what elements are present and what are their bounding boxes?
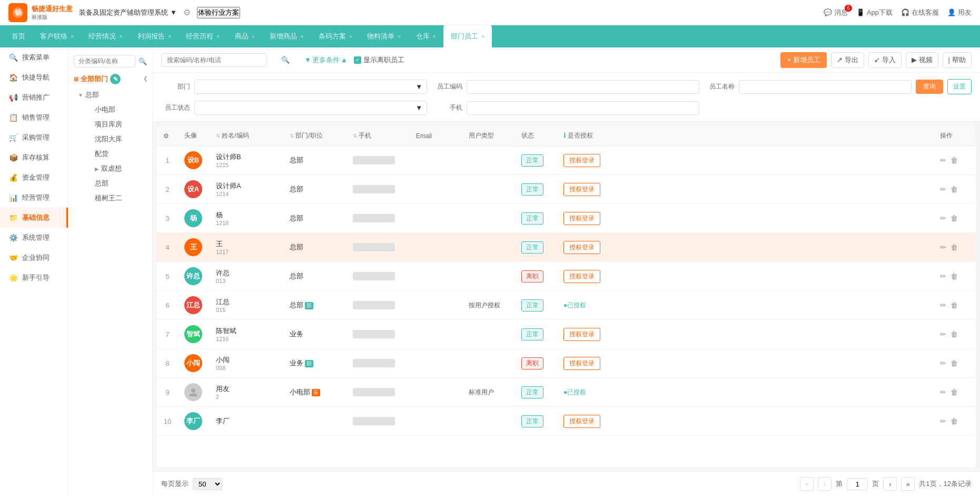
more-filter-button[interactable]: ▼ 更多条件 ▲: [304, 55, 348, 65]
set-button[interactable]: 设置: [947, 79, 972, 94]
edit-icon[interactable]: ✏: [940, 388, 946, 396]
dept-edit-button[interactable]: ✎: [110, 74, 121, 84]
sidebar-item-guide[interactable]: 🌟 新手引导: [0, 268, 68, 288]
dept-node-project[interactable]: 项目库房: [85, 117, 152, 132]
dept-node-zhishu[interactable]: 植树王二: [85, 191, 152, 206]
edit-icon[interactable]: ✏: [940, 330, 946, 338]
delete-icon[interactable]: 🗑: [951, 272, 958, 280]
col-name[interactable]: ⇅ 姓名/编码: [210, 126, 283, 146]
page-number-input[interactable]: [847, 478, 868, 490]
edit-icon[interactable]: ✏: [940, 156, 946, 164]
tab-barcode[interactable]: 条码方案×: [311, 25, 360, 47]
delete-icon[interactable]: 🗑: [951, 330, 958, 338]
sidebar-item-inventory[interactable]: 📦 库存核算: [0, 148, 68, 168]
delete-icon[interactable]: 🗑: [951, 388, 958, 396]
phone-input[interactable]: [467, 101, 699, 115]
user-avatar[interactable]: 👤 用友: [947, 8, 972, 17]
next-page-button[interactable]: ›: [883, 477, 897, 491]
tab-warehouse[interactable]: 仓库×: [409, 25, 443, 47]
col-dept[interactable]: ⇅ 部门/职位: [283, 126, 347, 146]
edit-icon[interactable]: ✏: [940, 301, 946, 309]
sidebar-item-purchase[interactable]: 🛒 采购管理: [0, 128, 68, 148]
tab-employee[interactable]: 部门员工×: [443, 25, 492, 47]
delete-icon[interactable]: 🗑: [951, 185, 958, 193]
import-button[interactable]: ↙ 导入: [868, 52, 902, 68]
dept-node-xiaodian[interactable]: 小电部: [85, 102, 152, 117]
prev-page-button[interactable]: ‹: [818, 477, 831, 491]
auth-button[interactable]: 授权登录: [563, 212, 600, 225]
tab-add-goods[interactable]: 新增商品×: [262, 25, 311, 47]
col-settings[interactable]: ⚙: [157, 126, 178, 146]
dept-node-peihuo[interactable]: 配货: [85, 147, 152, 161]
sidebar-item-biz[interactable]: 📊 经营管理: [0, 188, 68, 208]
delete-icon[interactable]: 🗑: [951, 417, 958, 425]
page-size-select[interactable]: 50 20 100: [193, 478, 222, 490]
auth-button[interactable]: 授权登录: [563, 328, 600, 341]
delete-icon[interactable]: 🗑: [951, 156, 958, 164]
auth-button[interactable]: 授权登录: [563, 241, 600, 254]
delete-icon[interactable]: 🗑: [951, 301, 958, 309]
export-button[interactable]: ↗ 导出: [831, 52, 864, 68]
gear-icon[interactable]: ⚙: [183, 7, 191, 17]
edit-icon[interactable]: ✏: [940, 417, 946, 425]
close-icon[interactable]: ×: [300, 33, 303, 40]
edit-icon[interactable]: ✏: [940, 185, 946, 193]
search-input[interactable]: [161, 53, 266, 67]
add-employee-button[interactable]: + 新增员工: [780, 52, 826, 68]
tab-goods[interactable]: 商品×: [227, 25, 262, 47]
sidebar-item-finance[interactable]: 💰 资金管理: [0, 168, 68, 188]
search-button[interactable]: 🔍: [273, 52, 298, 68]
close-icon[interactable]: ×: [168, 33, 171, 40]
sidebar-item-basic[interactable]: 📁 基础信息: [0, 208, 68, 228]
edit-icon[interactable]: ✏: [940, 214, 946, 222]
dept-all-btn[interactable]: ⊞ 全部部门 ✎ 《: [68, 71, 152, 87]
emp-name-input[interactable]: [739, 80, 912, 94]
trial-button[interactable]: 体验行业方案: [197, 7, 240, 18]
message-icon[interactable]: 💬 消息 6: [824, 8, 848, 17]
edit-icon[interactable]: ✏: [940, 243, 946, 251]
tab-profit[interactable]: 利润报告×: [130, 25, 179, 47]
online-service-icon[interactable]: 🎧 在线客服: [901, 8, 939, 17]
tab-operation[interactable]: 经营情况×: [81, 25, 130, 47]
dept-node-head[interactable]: ▼ 总部: [75, 87, 152, 102]
last-page-button[interactable]: »: [901, 477, 915, 491]
view-button[interactable]: ▶ 视频: [906, 52, 938, 68]
close-icon[interactable]: ×: [349, 33, 352, 40]
auth-button[interactable]: 授权登录: [563, 183, 600, 196]
dept-search-input[interactable]: [74, 55, 135, 67]
sidebar-item-nav[interactable]: 🏠 快捷导航: [0, 67, 68, 87]
delete-icon[interactable]: 🗑: [951, 359, 958, 367]
dept-node-shuangni[interactable]: ▶ 双虐想: [85, 161, 152, 176]
close-icon[interactable]: ×: [481, 33, 484, 40]
tab-customer[interactable]: 客户联络×: [33, 25, 81, 47]
close-icon[interactable]: ×: [216, 33, 220, 40]
sidebar-item-marketing[interactable]: 📢 营销推广: [0, 87, 68, 108]
col-phone[interactable]: ⇅ 手机: [347, 126, 410, 146]
help-button[interactable]: | 帮助: [943, 52, 972, 68]
show-resign-checkbox[interactable]: ✓ 显示离职员工: [354, 55, 404, 65]
dept-node-zongbu[interactable]: 总部: [85, 176, 152, 191]
auth-button[interactable]: 授权登录: [563, 154, 600, 167]
app-download-icon[interactable]: 📱 App下载: [856, 8, 893, 17]
sidebar-item-collab[interactable]: 🤝 企业协同: [0, 248, 68, 268]
dept-search-icon[interactable]: 🔍: [138, 57, 147, 65]
close-icon[interactable]: ×: [398, 33, 401, 40]
delete-icon[interactable]: 🗑: [951, 214, 958, 222]
sidebar-item-sales[interactable]: 📋 销售管理: [0, 108, 68, 128]
query-button[interactable]: 查询: [916, 80, 943, 94]
close-icon[interactable]: ×: [119, 33, 122, 40]
dept-select[interactable]: ▼: [194, 80, 427, 94]
tab-history[interactable]: 经营历程×: [179, 25, 227, 47]
auth-button[interactable]: 授权登录: [563, 415, 600, 428]
delete-icon[interactable]: 🗑: [951, 243, 958, 251]
edit-icon[interactable]: ✏: [940, 272, 946, 280]
edit-icon[interactable]: ✏: [940, 359, 946, 367]
auth-button[interactable]: 授权登录: [563, 357, 600, 370]
first-page-button[interactable]: «: [800, 477, 814, 491]
status-select[interactable]: ▼: [194, 101, 427, 115]
emp-code-input[interactable]: [467, 80, 699, 94]
system-title[interactable]: 装备及固定资产辅助管理系统 ▼: [79, 8, 177, 17]
auth-button[interactable]: 授权登录: [563, 270, 600, 283]
close-icon[interactable]: ×: [433, 33, 436, 40]
dept-node-shenyang[interactable]: 沈阳大库: [85, 132, 152, 147]
